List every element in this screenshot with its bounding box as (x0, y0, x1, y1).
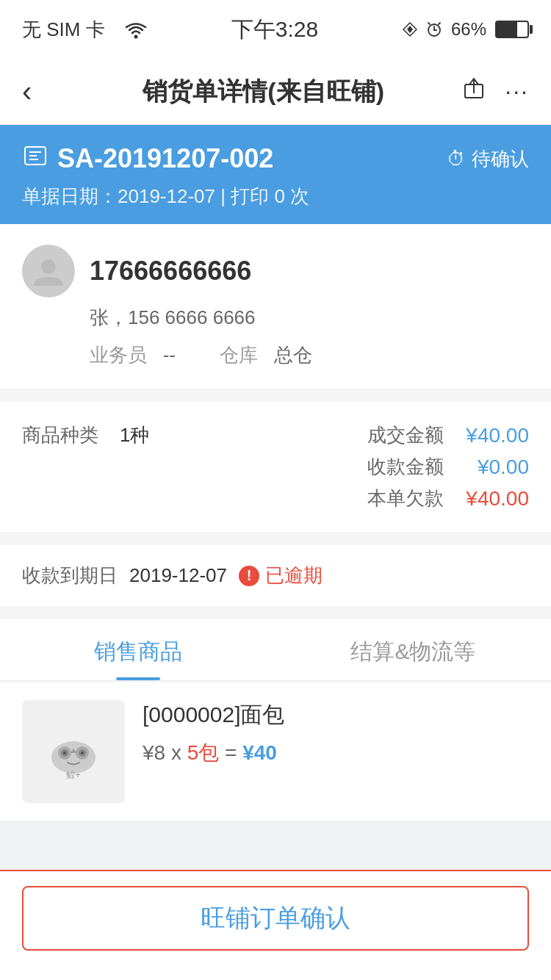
wifi-icon (125, 23, 147, 39)
nav-bar: ‹ 销货单详情(来自旺铺) ··· (0, 59, 551, 125)
summary-left: 商品种类 1种 (22, 422, 149, 448)
product-type-item: 商品种类 1种 (22, 422, 149, 448)
overdue-icon: ! (239, 566, 259, 586)
summary-card: 商品种类 1种 成交金额 ¥40.00 收款金额 ¥0.00 本单欠款 ¥40.… (0, 402, 551, 532)
customer-meta: 业务员 -- 仓库 总仓 (90, 342, 529, 368)
salesperson-item: 业务员 -- (90, 342, 176, 368)
payment-value: ¥0.00 (455, 455, 529, 479)
status-label: 待确认 (472, 146, 529, 172)
due-date-card: 收款到期日 2019-12-07 ! 已逾期 (0, 545, 551, 606)
svg-text:鲸+: 鲸+ (66, 770, 80, 780)
due-amount-row: 本单欠款 ¥40.00 (367, 486, 529, 511)
carrier-wifi: 无 SIM 卡 (22, 17, 147, 43)
amount-row: 成交金额 ¥40.00 (367, 422, 529, 448)
avatar (22, 245, 75, 298)
payment-row: 收款金额 ¥0.00 (367, 454, 529, 480)
tab-settlement[interactable]: 结算&物流等 (276, 619, 551, 680)
customer-phone: 17666666666 (90, 256, 251, 287)
order-id-row: SA-20191207-002 ⏱ 待确认 (22, 143, 529, 175)
svg-line-4 (428, 23, 430, 24)
amount-label: 成交金额 (367, 422, 444, 448)
product-info: [0000002]面包 ¥8 x 5包 = ¥40 (143, 700, 529, 803)
equals-text: = (219, 741, 242, 764)
svg-point-13 (51, 741, 96, 774)
total-text: ¥40 (242, 741, 277, 764)
order-number: SA-20191207-002 (57, 143, 273, 174)
due-date-value: 2019-12-07 (129, 564, 227, 587)
bottom-button-container: 旺铺订单确认 (0, 870, 551, 980)
tabs-container: 销售商品 结算&物流等 (0, 619, 551, 681)
customer-row: 17666666666 (22, 245, 529, 298)
product-image: 鲸+ (37, 722, 110, 781)
order-id: SA-20191207-002 (22, 143, 273, 175)
due-amount-value: ¥40.00 (455, 487, 529, 511)
warehouse-label: 仓库 (220, 344, 258, 366)
warehouse-value: 总仓 (274, 344, 312, 366)
tab-settlement-label: 结算&物流等 (350, 639, 475, 663)
order-id-icon (22, 143, 48, 175)
product-card: 鲸+ [0000002]面包 ¥8 x 5包 = ¥40 (0, 682, 551, 821)
salesperson-value: -- (163, 344, 176, 366)
svg-point-19 (81, 752, 84, 754)
product-type-label: 商品种类 (22, 424, 98, 446)
product-name: [0000002]面包 (143, 700, 529, 730)
svg-point-18 (63, 752, 66, 754)
product-type-value: 1种 (120, 424, 149, 446)
confirm-order-button[interactable]: 旺铺订单确认 (22, 886, 529, 951)
alarm-icon (426, 21, 442, 37)
location-icon (403, 22, 417, 37)
product-thumbnail: 鲸+ (22, 700, 125, 803)
nav-right-buttons: ··· (461, 76, 529, 108)
status-time: 下午3:28 (231, 15, 318, 45)
customer-card: 17666666666 张，156 6666 6666 业务员 -- 仓库 总仓 (0, 224, 551, 389)
avatar-icon (31, 253, 66, 289)
svg-point-12 (41, 259, 56, 274)
summary-right: 成交金额 ¥40.00 收款金额 ¥0.00 本单欠款 ¥40.00 (367, 422, 529, 511)
tab-sales-product[interactable]: 销售商品 (0, 619, 276, 680)
tab-sales-label: 销售商品 (94, 639, 182, 663)
overdue-text: 已逾期 (265, 563, 323, 588)
payment-label: 收款金额 (367, 454, 444, 480)
order-status: ⏱ 待确认 (447, 146, 529, 172)
page-title: 销货单详情(来自旺铺) (143, 75, 384, 109)
battery-percent: 66% (451, 19, 486, 40)
order-date: 单据日期：2019-12-07 | 打印 0 次 (22, 184, 529, 209)
svg-point-0 (134, 35, 138, 38)
overdue-badge: ! 已逾期 (239, 563, 323, 588)
product-price-row: ¥8 x 5包 = ¥40 (143, 739, 529, 767)
clock-icon: ⏱ (447, 148, 466, 170)
battery-icon (495, 21, 529, 38)
customer-name: 张，156 6666 6666 (90, 305, 529, 331)
svg-line-5 (439, 23, 440, 24)
share-button[interactable] (461, 76, 487, 108)
salesperson-label: 业务员 (90, 344, 147, 366)
more-button[interactable]: ··· (505, 78, 529, 105)
status-icons: 66% (403, 19, 529, 40)
order-header: SA-20191207-002 ⏱ 待确认 单据日期：2019-12-07 | … (0, 125, 551, 224)
warehouse-item: 仓库 总仓 (220, 342, 312, 368)
price-text: ¥8 x (143, 741, 187, 764)
amount-value: ¥40.00 (455, 424, 529, 447)
due-amount-label: 本单欠款 (367, 486, 444, 511)
due-date-label: 收款到期日 (22, 563, 118, 588)
back-button[interactable]: ‹ (22, 75, 66, 108)
qty-text: 5包 (187, 741, 220, 764)
status-bar: 无 SIM 卡 下午3:28 66% (0, 0, 551, 59)
